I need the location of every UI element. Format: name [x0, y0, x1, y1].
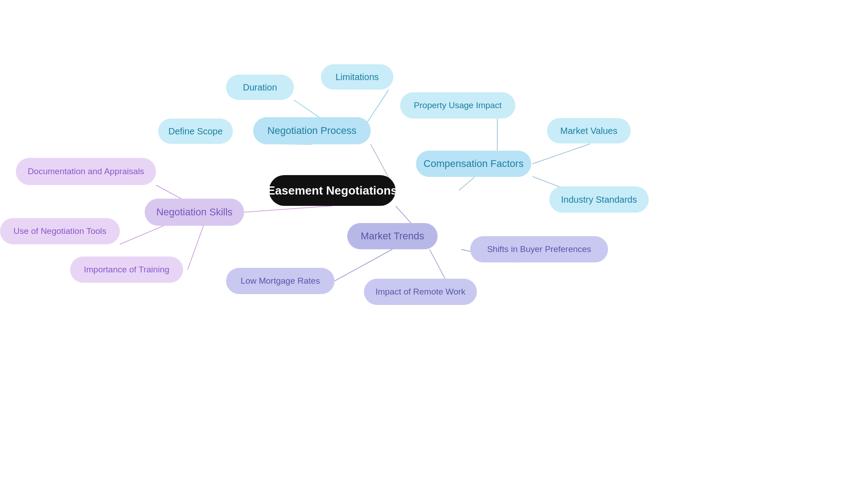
- svg-line-7: [188, 226, 203, 270]
- node-duration: Duration: [226, 75, 294, 100]
- node-low-mortgage: Low Mortgage Rates: [226, 268, 335, 294]
- node-market-trends: Market Trends: [347, 223, 438, 249]
- node-property-usage: Property Usage Impact: [400, 92, 515, 119]
- node-limitations: Limitations: [321, 64, 393, 90]
- node-negotiation-process: Negotiation Process: [253, 117, 371, 144]
- svg-line-4: [244, 206, 332, 212]
- node-market-values: Market Values: [547, 118, 631, 143]
- node-use-of-tools: Use of Negotiation Tools: [0, 218, 120, 244]
- center-node: Easement Negotiations: [269, 175, 396, 206]
- node-define-scope: Define Scope: [158, 119, 233, 144]
- node-compensation-factors: Compensation Factors: [416, 151, 531, 177]
- node-impact-remote: Impact of Remote Work: [364, 279, 477, 305]
- svg-line-14: [335, 249, 392, 281]
- node-negotiation-skills: Negotiation Skills: [145, 199, 244, 226]
- node-shifts-buyer: Shifts in Buyer Preferences: [470, 236, 608, 262]
- node-industry-standards: Industry Standards: [549, 186, 649, 213]
- svg-line-10: [533, 144, 590, 164]
- node-documentation: Documentation and Appraisals: [16, 158, 156, 185]
- node-importance-training: Importance of Training: [70, 257, 183, 283]
- svg-line-8: [459, 177, 475, 190]
